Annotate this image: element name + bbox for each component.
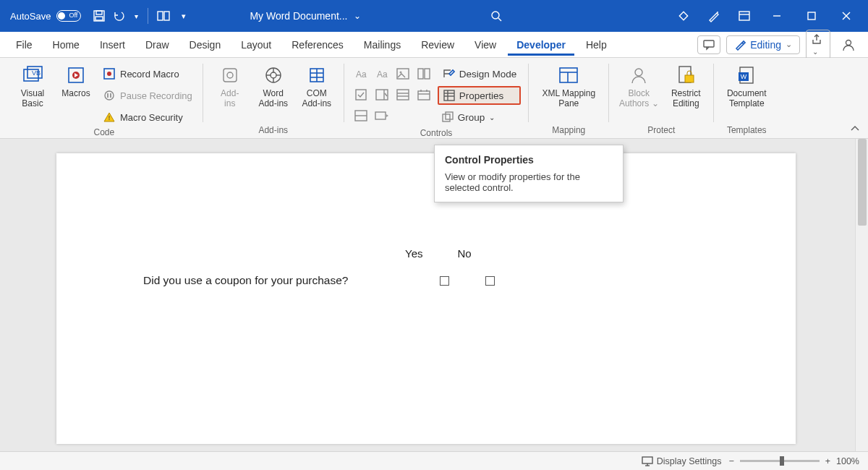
tab-review[interactable]: Review: [412, 34, 463, 56]
tab-layout[interactable]: Layout: [232, 34, 280, 56]
document-template-button[interactable]: W Document Template: [721, 62, 772, 108]
chevron-down-icon: ⌄: [354, 11, 361, 21]
svg-rect-52: [418, 91, 430, 100]
tooltip-title: Control Properties: [445, 154, 613, 166]
checkbox-no[interactable]: [485, 276, 495, 286]
svg-rect-15: [704, 40, 714, 47]
zoom-level[interactable]: 100%: [836, 456, 859, 466]
tab-view[interactable]: View: [466, 34, 505, 56]
macro-security-button[interactable]: ! Macro Security: [100, 108, 195, 126]
group-label-protect: Protect: [647, 124, 675, 138]
pause-recording-button: Pause Recording: [100, 87, 195, 104]
brush-icon[interactable]: [706, 8, 722, 24]
comments-button[interactable]: [697, 35, 720, 54]
ribbon-mode-icon[interactable]: [736, 8, 752, 24]
zoom-out-button[interactable]: −: [728, 456, 733, 466]
svg-point-23: [107, 72, 111, 76]
richtext-control-icon: Aa: [352, 64, 370, 83]
scrollbar-thumb[interactable]: [858, 139, 867, 226]
column-no: No: [457, 247, 471, 260]
zoom-in-button[interactable]: +: [825, 456, 830, 466]
svg-point-8: [717, 12, 718, 13]
record-macro-button[interactable]: Record Macro: [100, 65, 195, 82]
tab-draw[interactable]: Draw: [137, 34, 178, 56]
restrict-editing-icon: [674, 64, 697, 87]
word-addins-button[interactable]: Word Add-ins: [254, 62, 293, 108]
controls-gallery: Aa Aa: [352, 62, 433, 125]
addins-button: Add- ins: [210, 62, 250, 108]
properties-button[interactable]: Properties: [438, 86, 522, 105]
svg-rect-45: [425, 69, 430, 79]
buildingblock-control-icon: [414, 64, 433, 83]
undo-dropdown-icon[interactable]: ▾: [132, 8, 140, 24]
svg-rect-63: [443, 114, 450, 121]
legacy-tools-icon: [373, 106, 391, 125]
restrict-editing-button[interactable]: Restrict Editing: [665, 62, 706, 108]
tab-help[interactable]: Help: [577, 34, 616, 56]
svg-rect-70: [685, 75, 694, 82]
svg-rect-25: [107, 93, 109, 98]
svg-rect-59: [444, 90, 454, 101]
diamond-icon[interactable]: [676, 8, 692, 24]
tab-mailings[interactable]: Mailings: [355, 34, 409, 56]
svg-rect-1: [96, 11, 102, 14]
svg-rect-64: [446, 112, 453, 119]
save-icon[interactable]: [91, 8, 107, 24]
customize-qat-icon[interactable]: ▾: [176, 8, 192, 24]
group-label-code: Code: [94, 126, 115, 138]
group-code: VB Visual Basic Macros Record Macro Paus…: [6, 61, 203, 138]
vertical-scrollbar[interactable]: [855, 139, 868, 451]
picture-control-icon: [393, 64, 412, 83]
svg-text:W: W: [741, 73, 747, 80]
pause-icon: [103, 89, 116, 102]
tab-developer[interactable]: Developer: [508, 34, 574, 56]
svg-rect-26: [110, 93, 111, 98]
zoom-slider[interactable]: [740, 460, 820, 462]
ribbon: VB Visual Basic Macros Record Macro Paus…: [0, 58, 868, 139]
plaintext-control-icon: Aa: [373, 64, 391, 83]
share-button[interactable]: ⌄: [806, 30, 830, 60]
chevron-down-icon: ⌄: [489, 114, 495, 121]
minimize-button[interactable]: [767, 6, 787, 26]
svg-text:Aa: Aa: [356, 69, 367, 80]
svg-rect-42: [397, 69, 409, 79]
question-text: Did you use a coupon for your purchase?: [143, 274, 404, 287]
block-authors-icon: [627, 64, 650, 87]
tab-references[interactable]: References: [283, 34, 352, 56]
svg-rect-46: [356, 90, 366, 100]
tab-insert[interactable]: Insert: [91, 34, 134, 56]
close-button[interactable]: [836, 6, 856, 26]
svg-point-43: [399, 72, 401, 74]
com-addins-button[interactable]: COM Add-ins: [297, 62, 336, 108]
macros-button[interactable]: Macros: [56, 62, 95, 98]
warning-icon: !: [103, 111, 116, 124]
column-yes: Yes: [405, 247, 422, 260]
title-bar: AutoSave Off ▾ ▾ My Word Document... ⌄: [0, 0, 868, 32]
group-templates: W Document Template Templates: [714, 61, 779, 138]
tab-file[interactable]: File: [7, 34, 41, 56]
search-icon[interactable]: [488, 8, 504, 24]
visual-basic-button[interactable]: VB Visual Basic: [13, 62, 52, 108]
undo-icon[interactable]: [111, 8, 127, 24]
svg-point-24: [105, 91, 114, 100]
autosave-toggle[interactable]: Off: [56, 10, 81, 22]
checkbox-yes[interactable]: [440, 276, 449, 286]
display-settings-button[interactable]: Display Settings: [642, 456, 722, 466]
design-mode-button[interactable]: Design Mode: [438, 64, 522, 83]
com-addins-icon: [305, 64, 328, 87]
document-template-icon: W: [735, 64, 758, 87]
maximize-button[interactable]: [801, 6, 822, 26]
editing-mode-button[interactable]: Editing ⌄: [726, 35, 800, 54]
quick-layout-icon[interactable]: [156, 8, 171, 24]
tab-home[interactable]: Home: [44, 34, 88, 56]
record-icon: [103, 67, 116, 80]
tab-design[interactable]: Design: [181, 34, 230, 56]
account-button[interactable]: [836, 34, 861, 56]
document-title[interactable]: My Word Document... ⌄: [250, 10, 360, 22]
group-label-templates: Templates: [727, 124, 767, 138]
chevron-down-icon: ⌄: [786, 40, 792, 49]
document-page[interactable]: Yes No Did you use a coupon for your pur…: [56, 153, 796, 444]
collapse-ribbon-icon[interactable]: [849, 124, 861, 134]
xml-mapping-button[interactable]: XML Mapping Pane: [536, 62, 601, 108]
group-controls: Aa Aa Design Mode Properties: [344, 61, 529, 138]
